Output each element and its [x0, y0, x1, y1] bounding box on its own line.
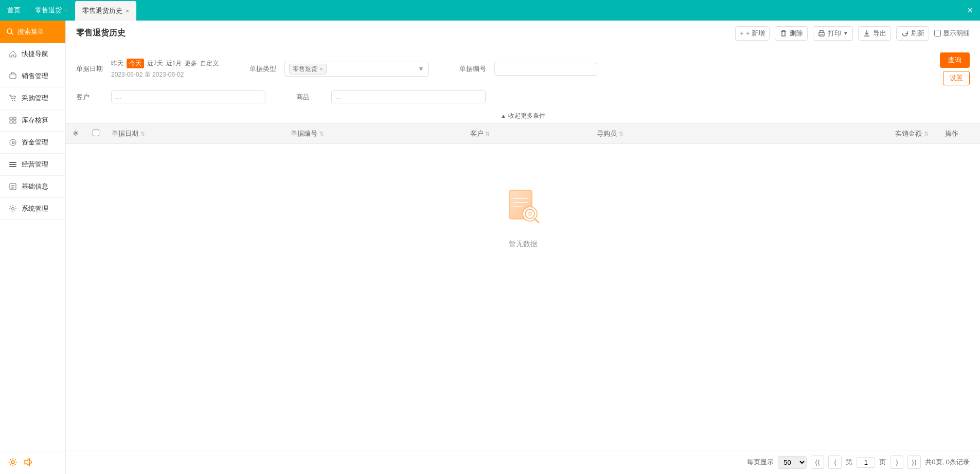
sidebar-item-inventory-label: 库存核算 — [22, 116, 48, 125]
date-yesterday[interactable]: 昨天 — [111, 59, 123, 68]
sidebar-item-management-label: 经营管理 — [22, 160, 48, 169]
speaker-icon[interactable] — [24, 458, 33, 469]
pagination-bar: 每页显示 50 100 200 ⟨⟨ ⟨ 第 页 ⟩ ⟩⟩ 共0页, 0条记录 — [66, 450, 980, 474]
export-icon — [863, 29, 871, 38]
table-settings-icon[interactable] — [72, 130, 79, 137]
next-page-button[interactable]: ⟩ — [890, 455, 903, 469]
empty-text: 暂无数据 — [509, 240, 538, 249]
date-today[interactable]: 今天 — [127, 59, 144, 68]
sidebar-item-finance-label: 资金管理 — [22, 138, 48, 147]
per-page-select[interactable]: 50 100 200 — [778, 456, 807, 469]
tab-home[interactable]: 首页 — [0, 0, 28, 21]
voucher-type-tag-text: 零售退货 — [293, 65, 317, 74]
delete-icon — [779, 29, 788, 38]
sort-guide-icon[interactable]: ⇅ — [619, 131, 623, 137]
sort-number-icon[interactable]: ⇅ — [319, 131, 324, 137]
top-tab-bar: 首页 零售退货 × 零售退货历史 × × — [0, 0, 980, 21]
sidebar-item-home[interactable]: 快捷导航 — [0, 43, 65, 65]
date-1month[interactable]: 近1月 — [166, 59, 182, 68]
date-filter-label: 单据日期 — [76, 64, 107, 74]
voucher-type-label: 单据类型 — [250, 64, 280, 74]
svg-rect-6 — [13, 117, 16, 120]
table-col-settings — [66, 124, 86, 144]
voucher-type-tag: 零售退货 × — [289, 64, 326, 75]
setting-button[interactable]: 设置 — [943, 71, 970, 85]
first-page-button[interactable]: ⟨⟨ — [811, 455, 824, 469]
svg-rect-7 — [10, 121, 12, 123]
tab-retail-return[interactable]: 零售退货 × — [28, 0, 75, 21]
table-col-guide: 导购员 ⇅ — [591, 124, 743, 144]
page-unit-label: 页 — [879, 458, 886, 467]
date-custom[interactable]: 自定义 — [200, 59, 219, 68]
page-label: 第 — [846, 458, 852, 467]
tab-retail-return-history-label: 零售退货历史 — [82, 6, 122, 15]
goods-input[interactable] — [331, 90, 486, 103]
settings-gear-icon[interactable] — [8, 458, 17, 469]
sort-date-icon[interactable]: ⇅ — [140, 131, 145, 137]
delete-button[interactable]: 删除 — [775, 26, 808, 41]
svg-point-19 — [75, 132, 77, 134]
add-button[interactable]: + + 新增 — [735, 26, 770, 41]
page-number-input[interactable] — [857, 457, 875, 468]
print-button[interactable]: 打印 ▼ — [813, 26, 853, 41]
collapse-row: ▲ 收起更多条件 — [76, 108, 970, 123]
date-options: 昨天 今天 近7天 近1月 更多 自定义 2023-06-02 至 2023-0… — [111, 59, 219, 79]
collapse-button[interactable]: ▲ 收起更多条件 — [501, 112, 546, 120]
tab-retail-return-history-close[interactable]: × — [126, 8, 129, 14]
export-button[interactable]: 导出 — [858, 26, 891, 41]
customer-input[interactable] — [111, 90, 265, 103]
customer-filter: 客户 — [76, 90, 265, 103]
tab-retail-return-history[interactable]: 零售退货历史 × — [75, 1, 136, 21]
empty-state: 暂无数据 — [66, 144, 980, 290]
svg-point-3 — [12, 100, 13, 101]
voucher-number-label: 单据编号 — [459, 64, 490, 74]
window-close-button[interactable]: × — [960, 5, 980, 16]
svg-rect-8 — [13, 121, 16, 123]
query-button[interactable]: 查询 — [940, 52, 970, 68]
print-icon — [817, 29, 826, 38]
empty-illustration — [500, 185, 546, 231]
date-more[interactable]: 更多 — [185, 59, 197, 68]
voucher-number-input[interactable] — [494, 63, 597, 76]
sidebar-item-system[interactable]: 系统管理 — [0, 198, 65, 220]
svg-rect-12 — [9, 166, 16, 167]
filter-row-1: 单据日期 昨天 今天 近7天 近1月 更多 自定义 2023-06-02 至 2… — [76, 52, 970, 85]
sidebar-item-purchase[interactable]: 采购管理 — [0, 87, 65, 110]
date-7days[interactable]: 近7天 — [147, 59, 163, 68]
table-header: 单据日期 ⇅ 单据编号 ⇅ 客户 ⇅ 导购员 — [66, 124, 980, 144]
main-layout: 搜索菜单 快捷导航 销售管理 采购管理 库存核算 — [0, 21, 980, 474]
sidebar-bottom — [0, 452, 65, 474]
sidebar-item-system-label: 系统管理 — [22, 204, 48, 213]
sidebar-item-sales[interactable]: 销售管理 — [0, 65, 65, 87]
svg-line-27 — [534, 218, 539, 223]
refresh-button[interactable]: 刷新 — [896, 26, 929, 41]
sidebar-item-inventory[interactable]: 库存核算 — [0, 110, 65, 132]
voucher-type-tag-close[interactable]: × — [319, 66, 323, 72]
sort-amount-icon[interactable]: ⇅ — [924, 131, 929, 137]
table-area: 单据日期 ⇅ 单据编号 ⇅ 客户 ⇅ 导购员 — [66, 124, 980, 450]
svg-marker-16 — [25, 459, 29, 466]
sort-customer-icon[interactable]: ⇅ — [485, 131, 490, 137]
sidebar-item-finance[interactable]: 资金管理 — [0, 132, 65, 154]
sidebar: 搜索菜单 快捷导航 销售管理 采购管理 库存核算 — [0, 21, 66, 474]
sidebar-item-info[interactable]: 基础信息 — [0, 176, 65, 198]
table-body: 暂无数据 — [66, 144, 980, 290]
customer-filter-label: 客户 — [76, 93, 107, 102]
date-range-display: 2023-06-02 至 2023-06-02 — [111, 70, 219, 79]
prev-page-button[interactable]: ⟨ — [828, 455, 842, 469]
select-all-checkbox[interactable] — [93, 130, 99, 136]
sidebar-search[interactable]: 搜索菜单 — [0, 21, 65, 43]
home-icon — [8, 49, 17, 59]
sidebar-item-home-label: 快捷导航 — [22, 49, 48, 59]
tab-retail-return-close[interactable]: × — [65, 7, 68, 13]
system-icon — [8, 204, 17, 213]
last-page-button[interactable]: ⟩⟩ — [907, 455, 921, 469]
voucher-type-input[interactable]: 零售退货 × ▼ — [284, 62, 429, 77]
show-detail-checkbox[interactable] — [934, 30, 941, 37]
inventory-icon — [8, 116, 17, 125]
svg-point-15 — [11, 461, 14, 464]
show-detail-checkbox-label[interactable]: 显示明细 — [934, 29, 970, 38]
sidebar-item-management[interactable]: 经营管理 — [0, 154, 65, 176]
date-links: 昨天 今天 近7天 近1月 更多 自定义 — [111, 59, 219, 68]
svg-rect-18 — [820, 34, 823, 34]
